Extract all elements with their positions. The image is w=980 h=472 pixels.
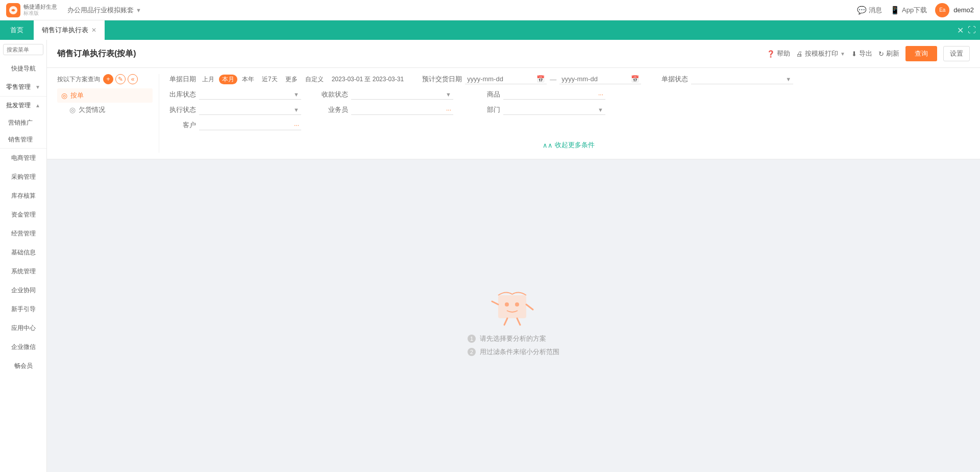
customer-more-icon[interactable]: ··· <box>294 122 299 129</box>
logo-area: 畅捷通好生意 标准版 <box>6 3 57 17</box>
payment-label: 收款状态 <box>320 90 348 99</box>
execution-dropdown-icon[interactable]: ▼ <box>293 107 299 113</box>
status-input[interactable] <box>693 75 786 83</box>
sidebar-item-enterprise[interactable]: 企业协同 <box>0 281 46 300</box>
sidebar-item-inventory[interactable]: 库存核算 <box>0 186 46 205</box>
refresh-btn[interactable]: ↻ 刷新 <box>878 49 899 58</box>
salesperson-more-icon[interactable]: ··· <box>446 106 451 113</box>
tab-home[interactable]: 首页 <box>0 20 34 40</box>
edit-plan-btn[interactable]: ✎ <box>115 74 126 84</box>
step-1-text: 请先选择要分析的方案 <box>480 334 546 343</box>
filter-row-2: 出库状态 ▼ 收款状态 ▼ 商品 <box>167 89 970 100</box>
sidebar-item-sales[interactable]: 销售管理 <box>0 131 46 148</box>
department-input[interactable] <box>505 106 598 113</box>
date-tag-this-month[interactable]: 本月 <box>219 75 237 84</box>
customer-input[interactable] <box>201 121 294 129</box>
outbound-select-wrap: ▼ <box>199 89 301 100</box>
empty-step-1: 1 请先选择要分析的方案 <box>468 334 559 343</box>
plan-item-欠货情况[interactable]: ◎ 欠货情况 <box>57 103 153 117</box>
template-print-btn[interactable]: 🖨 按模板打印 ▼ <box>796 49 845 58</box>
payment-input[interactable] <box>353 90 446 98</box>
maximize-icon[interactable]: ⛶ <box>968 26 976 35</box>
date-tag-last-month[interactable]: 上月 <box>199 75 217 84</box>
plan-item-按单[interactable]: ◎ 按单 <box>57 88 153 103</box>
execution-label: 执行状态 <box>167 105 196 114</box>
execution-select-wrap: ▼ <box>199 105 301 115</box>
calendar-icon-1[interactable]: 📅 <box>536 75 545 83</box>
customer-label: 客户 <box>167 121 196 130</box>
date-tag-this-year[interactable]: 本年 <box>239 75 257 84</box>
top-bar-left: 畅捷通好生意 标准版 办公用品行业模拟账套 ▼ <box>6 3 141 17</box>
page-header: 销售订单执行表(按单) ❓ 帮助 🖨 按模板打印 ▼ ⬇ 导出 ↻ 刷新 <box>47 40 980 68</box>
customer-group: 客户 ··· <box>167 120 301 130</box>
filter-panel: 按以下方案查询 + ✎ « ◎ 按单 ◎ 欠货情况 <box>47 68 980 159</box>
date-range-text: 2023-03-01 至 2023-03-31 <box>332 75 404 84</box>
sidebar-item-sales-label: 销售管理 <box>8 135 33 144</box>
app-download-btn[interactable]: 📱 App下载 <box>890 6 927 15</box>
collapse-plan-btn[interactable]: « <box>128 74 138 84</box>
collapse-icon: ∧∧ <box>543 141 553 149</box>
sidebar-item-retail[interactable]: 零售管理 ▼ <box>0 78 46 96</box>
add-plan-btn[interactable]: + <box>103 74 113 84</box>
sidebar-item-quick-nav[interactable]: 快捷导航 <box>0 59 46 78</box>
export-icon: ⬇ <box>851 50 857 58</box>
status-dropdown-icon[interactable]: ▼ <box>786 76 791 82</box>
date-tag-more[interactable]: 更多 <box>282 75 301 84</box>
date-tag-custom[interactable]: 自定义 <box>302 75 327 84</box>
department-dropdown-icon[interactable]: ▼ <box>598 107 603 113</box>
sidebar-item-guide[interactable]: 新手引导 <box>0 300 46 319</box>
query-button[interactable]: 查询 <box>905 46 937 61</box>
plan-item-icon: ◎ <box>61 91 67 100</box>
sidebar-section-retail: 零售管理 ▼ <box>0 78 46 97</box>
sidebar-item-operation[interactable]: 经营管理 <box>0 224 46 243</box>
tab-home-label: 首页 <box>10 26 23 35</box>
expected-date-group: 预计交货日期 📅 — 📅 <box>422 74 641 84</box>
tab-close-icon[interactable]: ✕ <box>91 27 96 34</box>
search-input[interactable] <box>3 44 43 55</box>
export-btn[interactable]: ⬇ 导出 <box>851 49 872 58</box>
goods-more-icon[interactable]: ··· <box>598 91 603 98</box>
close-window-icon[interactable]: ✕ <box>957 26 964 35</box>
execution-input[interactable] <box>201 106 293 113</box>
sidebar-item-wholesale[interactable]: 批发管理 ▲ <box>0 97 46 114</box>
step-2-num: 2 <box>468 348 476 356</box>
svg-point-3 <box>515 302 519 306</box>
sidebar-item-system[interactable]: 系统管理 <box>0 262 46 281</box>
goods-input[interactable] <box>505 90 598 98</box>
sidebar-item-purchase[interactable]: 采购管理 <box>0 168 46 186</box>
wholesale-chevron-icon: ▲ <box>35 103 40 108</box>
collapse-filter-btn[interactable]: ∧∧ 收起更多条件 <box>543 137 595 153</box>
expected-date-end-input[interactable] <box>561 75 631 83</box>
outbound-input[interactable] <box>201 90 293 98</box>
plan-sub-icon: ◎ <box>69 106 76 114</box>
payment-select-wrap: ▼ <box>351 89 453 100</box>
download-icon: 📱 <box>890 6 900 15</box>
sidebar-item-finance[interactable]: 资金管理 <box>0 205 46 224</box>
help-btn[interactable]: ❓ 帮助 <box>767 49 790 58</box>
settings-button[interactable]: 设置 <box>943 46 970 61</box>
sidebar-item-marketing[interactable]: 营销推广 <box>0 114 46 131</box>
department-select-wrap: ▼ <box>503 105 605 115</box>
tab-sales-order-label: 销售订单执行表 <box>42 26 88 35</box>
breadcrumb-area: 办公用品行业模拟账套 ▼ <box>67 6 141 15</box>
user-area[interactable]: Ea demo2 <box>935 3 974 17</box>
tab-sales-order[interactable]: 销售订单执行表 ✕ <box>34 20 105 40</box>
sidebar-item-appstore[interactable]: 应用中心 <box>0 319 46 338</box>
calendar-icon-2[interactable]: 📅 <box>631 75 639 83</box>
sidebar-item-member[interactable]: 畅会员 <box>0 357 46 375</box>
message-btn[interactable]: 💬 消息 <box>857 6 882 15</box>
department-group: 部门 ▼ <box>472 105 605 115</box>
sidebar-item-wechat[interactable]: 企业微信 <box>0 338 46 357</box>
sidebar-item-basic[interactable]: 基础信息 <box>0 243 46 262</box>
sidebar-item-ecommerce[interactable]: 电商管理 <box>0 149 46 168</box>
date-tag-7days[interactable]: 近7天 <box>259 75 281 84</box>
payment-dropdown-icon[interactable]: ▼ <box>446 91 451 98</box>
filter-plan-section: 按以下方案查询 + ✎ « ◎ 按单 ◎ 欠货情况 <box>57 74 159 153</box>
expected-date-start-input[interactable] <box>467 75 536 83</box>
sidebar-section-wholesale: 批发管理 ▲ 营销推广 销售管理 <box>0 97 46 149</box>
salesperson-input[interactable] <box>353 106 446 113</box>
empty-step-2: 2 用过滤条件来缩小分析范围 <box>468 347 559 357</box>
execution-group: 执行状态 ▼ <box>167 105 301 115</box>
breadcrumb-arrow-icon[interactable]: ▼ <box>136 7 141 13</box>
outbound-dropdown-icon[interactable]: ▼ <box>293 91 299 98</box>
